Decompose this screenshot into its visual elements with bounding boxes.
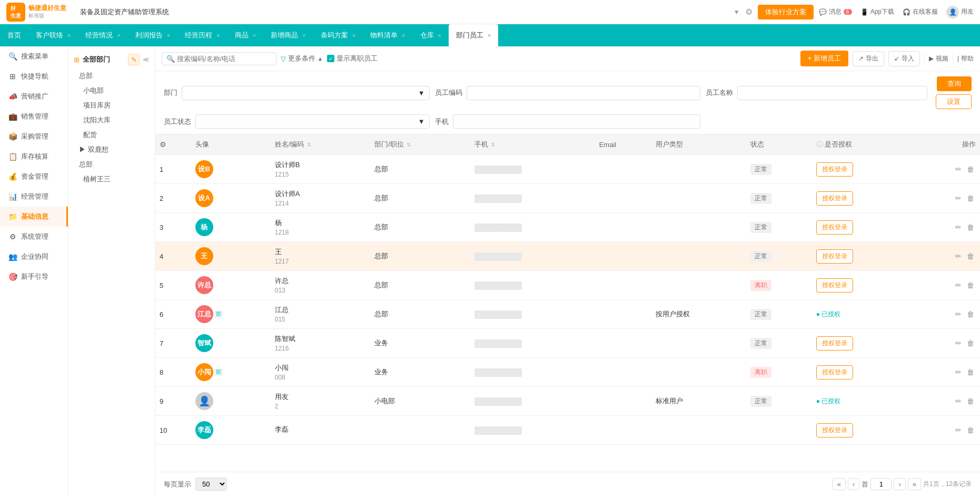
nav-item-客户联络[interactable]: 客户联络× — [28, 24, 78, 46]
dept-select[interactable]: ▼ — [182, 86, 430, 100]
emp-name-input[interactable] — [737, 86, 927, 100]
sidebar-item-营销推广[interactable]: 📣营销推广 — [0, 86, 68, 106]
nav-item-条码方案[interactable]: 条码方案× — [313, 24, 363, 46]
nav-close-新增商品[interactable]: × — [302, 24, 305, 46]
sidebar-item-新手引导[interactable]: 🎯新手引导 — [0, 267, 68, 287]
table-row[interactable]: 9👤用友2小电部●●●●●●●标准用户正常●已授权 ✏ 🗑 — [155, 387, 980, 416]
edit-button[interactable]: ✏ — [955, 339, 962, 347]
edit-button[interactable]: ✏ — [955, 194, 962, 202]
auth-button[interactable]: 授权登录 — [816, 220, 853, 235]
col-phone-header[interactable]: 手机 ⇅ — [470, 134, 595, 155]
nav-item-经营情况[interactable]: 经营情况× — [78, 24, 127, 46]
search-input[interactable] — [177, 55, 272, 63]
col-name-header[interactable]: 姓名/编码 ⇅ — [271, 134, 370, 155]
edit-button[interactable]: ✏ — [955, 281, 962, 289]
delete-button[interactable]: 🗑 — [967, 397, 974, 405]
auth-button[interactable]: 授权登录 — [816, 191, 853, 206]
sidebar-item-采购管理[interactable]: 📦采购管理 — [0, 127, 68, 147]
edit-button[interactable]: ✏ — [955, 223, 962, 231]
row-auth[interactable]: ●已授权 — [812, 300, 913, 329]
col-settings-icon[interactable]: ⚙ — [160, 140, 166, 149]
prev-page-button[interactable]: ‹ — [848, 478, 859, 490]
edit-button[interactable]: ✏ — [955, 368, 962, 376]
view-button[interactable]: ▶ 视频 — [929, 54, 948, 63]
edit-button[interactable]: ✏ — [955, 165, 962, 173]
auth-button[interactable]: 授权登录 — [816, 278, 853, 293]
row-auth[interactable]: 授权登录 — [812, 213, 913, 242]
table-row[interactable]: 4王王1217总部●●●●●●●正常授权登录 ✏ 🗑 — [155, 242, 980, 271]
delete-button[interactable]: 🗑 — [967, 223, 974, 231]
nav-close-经营历程[interactable]: × — [216, 24, 220, 46]
row-auth[interactable]: 授权登录 — [812, 329, 913, 358]
nav-close-仓库[interactable]: × — [438, 24, 441, 46]
table-row[interactable]: 3杨杨1218总部●●●●●●●正常授权登录 ✏ 🗑 — [155, 213, 980, 242]
add-employee-button[interactable]: + 新增员工 — [800, 51, 848, 66]
edit-button[interactable]: ✏ — [955, 397, 962, 405]
delete-button[interactable]: 🗑 — [967, 165, 974, 173]
nav-close-客户联络[interactable]: × — [67, 24, 71, 46]
edit-button[interactable]: ✏ — [955, 310, 962, 318]
sidebar-item-搜索菜单[interactable]: 🔍搜索菜单 — [0, 46, 68, 66]
show-inactive-toggle[interactable]: ✓ 显示离职员工 — [327, 54, 378, 63]
dept-item-配货[interactable]: 配货 — [68, 128, 155, 142]
more-filter-button[interactable]: ▽ 更多条件 ▲ — [281, 54, 323, 63]
import-button[interactable]: ↙ 导入 — [888, 51, 920, 66]
dept-item-总部[interactable]: 总部 — [68, 69, 155, 83]
export-button[interactable]: ↗ 导出 — [853, 51, 884, 66]
nav-item-仓库[interactable]: 仓库× — [413, 24, 449, 46]
col-dept-header[interactable]: 部门/职位 ⇅ — [370, 134, 470, 155]
dropdown-arrow[interactable]: ▼ — [734, 8, 740, 16]
nav-item-经营历程[interactable]: 经营历程× — [177, 24, 227, 46]
dept-edit-button[interactable]: ✎ — [128, 54, 140, 65]
first-page-button[interactable]: « — [833, 478, 846, 490]
row-auth[interactable]: 授权登录 — [812, 358, 913, 387]
sidebar-item-资金管理[interactable]: 💰资金管理 — [0, 167, 68, 187]
delete-button[interactable]: 🗑 — [967, 194, 974, 202]
nav-item-新增商品[interactable]: 新增商品× — [263, 24, 313, 46]
sidebar-item-系统管理[interactable]: ⚙系统管理 — [0, 227, 68, 247]
dept-item-▶ 双鹿想[interactable]: ▶ 双鹿想 — [68, 142, 155, 157]
delete-button[interactable]: 🗑 — [967, 339, 974, 347]
query-button[interactable]: 查询 — [937, 76, 972, 91]
table-row[interactable]: 7智斌陈智斌1216业务●●●●●●●正常授权登录 ✏ 🗑 — [155, 329, 980, 358]
dept-item-沈阳大库[interactable]: 沈阳大库 — [68, 113, 155, 128]
nav-close-经营情况[interactable]: × — [117, 24, 120, 46]
app-download-button[interactable]: 📱 App下载 — [860, 7, 894, 16]
emp-status-select[interactable]: ▼ — [195, 114, 430, 129]
row-auth[interactable]: 授权登录 — [812, 242, 913, 271]
help-button[interactable]: | 帮助 — [957, 54, 974, 63]
phone-input[interactable] — [453, 114, 701, 129]
page-number-input[interactable] — [870, 478, 892, 490]
table-row[interactable]: 8小闯部小闯008业务●●●●●●●离职授权登录 ✏ 🗑 — [155, 358, 980, 387]
show-inactive-checkbox[interactable]: ✓ — [327, 55, 334, 62]
nav-close-物料清单[interactable]: × — [402, 24, 405, 46]
auth-button[interactable]: 授权登录 — [816, 336, 853, 351]
sidebar-item-基础信息[interactable]: 📁基础信息 — [0, 207, 68, 227]
table-row[interactable]: 6江总部江总015总部●●●●●●●按用户授权正常●已授权 ✏ 🗑 — [155, 300, 980, 329]
delete-button[interactable]: 🗑 — [967, 252, 974, 260]
row-auth[interactable]: 授权登录 — [812, 184, 913, 213]
settings-icon[interactable]: ⚙ — [745, 7, 753, 17]
col-settings-header[interactable]: ⚙ — [155, 134, 191, 155]
table-row[interactable]: 10李磊李磊●●●●●●●授权登录 ✏ 🗑 — [155, 416, 980, 445]
online-service-button[interactable]: 🎧 在线客服 — [903, 7, 938, 16]
nav-item-物料清单[interactable]: 物料清单× — [363, 24, 412, 46]
auth-button[interactable]: 授权登录 — [816, 249, 853, 264]
nav-close-利润报告[interactable]: × — [167, 24, 170, 46]
dept-item-植树王三[interactable]: 植树王三 — [68, 172, 155, 187]
dept-item-总部[interactable]: 总部 — [68, 157, 155, 172]
set-button[interactable]: 设置 — [936, 94, 972, 109]
emp-code-input[interactable] — [467, 86, 701, 100]
delete-button[interactable]: 🗑 — [967, 426, 974, 434]
nav-item-首页[interactable]: 首页 — [0, 24, 28, 46]
edit-button[interactable]: ✏ — [955, 426, 962, 434]
nav-item-商品[interactable]: 商品× — [227, 24, 263, 46]
row-auth[interactable]: 授权登录 — [812, 271, 913, 300]
nav-item-部门员工[interactable]: 部门员工× — [449, 24, 498, 46]
delete-button[interactable]: 🗑 — [967, 310, 974, 318]
sidebar-item-库存核算[interactable]: 📋库存核算 — [0, 147, 68, 167]
page-size-select[interactable]: 50 100 — [195, 478, 227, 491]
table-row[interactable]: 1设B设计师B1215总部●●●●●●●正常授权登录 ✏ 🗑 — [155, 155, 980, 184]
auth-button[interactable]: 授权登录 — [816, 162, 853, 177]
search-bar[interactable]: 🔍 — [162, 52, 276, 65]
